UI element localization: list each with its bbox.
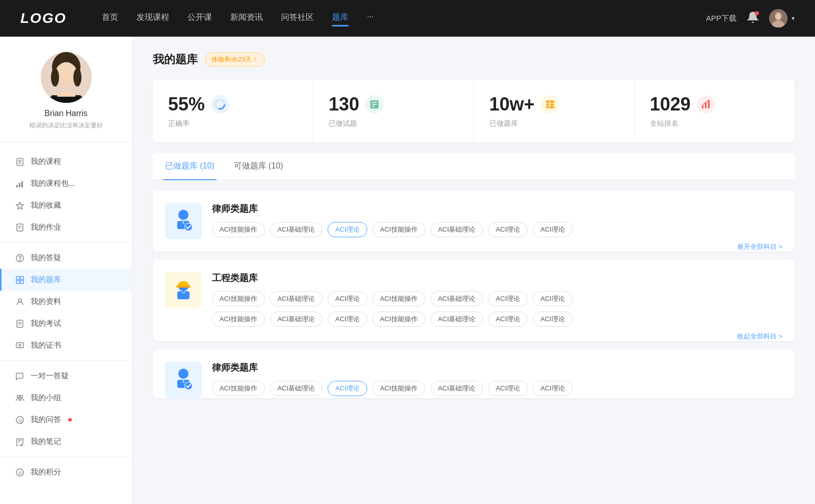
sidebar-label: 我的积分 [31, 467, 61, 477]
qbank-tag[interactable]: ACI理论 [533, 291, 573, 306]
nav-item-qbank[interactable]: 题库 [332, 10, 348, 26]
table-icon [541, 95, 559, 114]
qbank-tag[interactable]: ACI技能操作 [372, 312, 425, 327]
stat-banks: 10w+ 已做题库 [474, 79, 635, 143]
nav-item-opencourse[interactable]: 公开课 [187, 10, 212, 26]
app-download-link[interactable]: APP下载 [706, 14, 737, 23]
sidebar-item-points[interactable]: 积 我的积分 [0, 461, 132, 483]
file2-icon [15, 319, 24, 328]
qbank-tag[interactable]: ACI基础理论 [430, 222, 483, 237]
qbank-tags-lawyer-1: ACI技能操作 ACI基础理论 ACI理论 ACI技能操作 ACI基础理论 AC… [212, 222, 782, 237]
sidebar-divider3 [0, 457, 132, 457]
qbank-tag[interactable]: ACI基础理论 [430, 312, 483, 327]
sidebar-item-tutoring[interactable]: 一对一答疑 [0, 365, 132, 387]
qbank-tags-engineer-row2: ACI技能操作 ACI基础理论 ACI理论 ACI技能操作 ACI基础理论 AC… [212, 312, 782, 327]
stat-accuracy: 55% 正确率 [153, 79, 313, 143]
qbank-tag[interactable]: ACI技能操作 [372, 381, 425, 396]
qbank-tag-active[interactable]: ACI理论 [328, 222, 367, 237]
svg-point-29 [18, 299, 21, 302]
main-content: 我的题库 体验剩余23天！ 55% 正确率 [132, 37, 815, 504]
qbank-tag[interactable]: ACI技能操作 [212, 312, 265, 327]
nav-right-area: APP下载 ▾ [706, 9, 795, 27]
stat-top: 1029 [650, 94, 779, 115]
qbank-tag[interactable]: ACI理论 [488, 312, 528, 327]
people-icon [15, 297, 24, 306]
main-layout: Brian Harris 错误的决定比没有决定要好 我的课程 [0, 37, 815, 504]
nav-item-home[interactable]: 首页 [102, 10, 118, 26]
sidebar-item-cert[interactable]: 我的证书 [0, 334, 132, 356]
qbank-tag[interactable]: ACI基础理论 [430, 291, 483, 306]
sidebar-item-myqa[interactable]: Q 我的问答 [0, 409, 132, 431]
qbank-tag[interactable]: ACI理论 [488, 222, 528, 237]
stat-value-accuracy: 55% [168, 94, 205, 115]
qbank-tag[interactable]: ACI理论 [328, 312, 367, 327]
qbank-tag[interactable]: ACI技能操作 [212, 381, 265, 396]
qbank-tag[interactable]: ACI技能操作 [372, 291, 425, 306]
qbank-tag[interactable]: ACI基础理论 [270, 222, 323, 237]
qbank-header-engineer: 工程类题库 ACI技能操作 ACI基础理论 ACI理论 ACI技能操作 ACI基… [153, 260, 795, 341]
sidebar-item-answers[interactable]: 我的答疑 [0, 247, 132, 269]
stat-value-questions: 130 [329, 94, 359, 115]
sidebar-label: 一对一答疑 [31, 371, 69, 381]
expand-button-lawyer-1[interactable]: 展开全部科目 > [212, 242, 782, 251]
svg-rect-26 [20, 276, 23, 279]
top-navigation: LOGO 首页 发现课程 公开课 新闻资讯 问答社区 题库 ··· APP下载 [0, 0, 815, 37]
stat-label-questions: 已做试题 [329, 119, 458, 128]
page-header: 我的题库 体验剩余23天！ [153, 52, 795, 67]
stat-top: 130 [329, 94, 458, 115]
qbank-tag[interactable]: ACI理论 [328, 291, 367, 306]
sidebar-item-homework[interactable]: 我的作业 [0, 216, 132, 238]
sidebar-label: 我的作业 [31, 222, 61, 232]
qbank-tag-active[interactable]: ACI理论 [328, 381, 367, 396]
list-icon [365, 95, 384, 114]
svg-rect-58 [708, 101, 710, 108]
tab-available-banks[interactable]: 可做题库 (10) [232, 153, 285, 180]
qbank-body-lawyer-2: 律师类题库 ACI技能操作 ACI基础理论 ACI理论 ACI技能操作 ACI基… [212, 361, 782, 396]
qbank-tag[interactable]: ACI理论 [533, 312, 573, 327]
notification-bell[interactable] [747, 11, 759, 25]
sidebar-divider2 [0, 360, 132, 361]
qbank-tag[interactable]: ACI理论 [488, 381, 528, 396]
svg-rect-66 [176, 286, 191, 288]
sidebar-item-exam[interactable]: 我的考试 [0, 313, 132, 334]
sidebar-item-notes[interactable]: 我的笔记 [0, 431, 132, 453]
qbank-tag[interactable]: ACI基础理论 [270, 291, 323, 306]
qbank-tag[interactable]: ACI技能操作 [212, 291, 265, 306]
qbank-tag[interactable]: ACI技能操作 [372, 222, 425, 237]
sidebar-item-group[interactable]: 我的小组 [0, 387, 132, 409]
question-icon [15, 254, 24, 263]
qbank-tag[interactable]: ACI理论 [533, 381, 573, 396]
user-avatar-menu[interactable]: ▾ [769, 9, 795, 27]
nav-item-more[interactable]: ··· [367, 10, 373, 26]
sidebar-item-qbank[interactable]: 我的题库 [0, 269, 132, 291]
stat-value-rank: 1029 [650, 94, 691, 115]
qbank-tag[interactable]: ACI理论 [533, 222, 573, 237]
coin-icon: 积 [15, 468, 24, 477]
qbank-tag[interactable]: ACI基础理论 [270, 312, 323, 327]
nav-item-news[interactable]: 新闻资讯 [230, 10, 263, 26]
qbank-tag[interactable]: ACI基础理论 [430, 381, 483, 396]
sidebar-label: 我的收藏 [31, 201, 61, 210]
sidebar-divider [0, 242, 132, 243]
tab-done-banks[interactable]: 已做题库 (10) [163, 153, 216, 180]
nav-item-discover[interactable]: 发现课程 [137, 10, 169, 26]
q-icon: Q [15, 415, 24, 425]
qbank-tags-engineer-row1: ACI技能操作 ACI基础理论 ACI理论 ACI技能操作 ACI基础理论 AC… [212, 291, 782, 306]
qbank-tag[interactable]: ACI技能操作 [212, 222, 265, 237]
stat-rank: 1029 全站排名 [635, 79, 795, 143]
svg-rect-25 [16, 276, 19, 279]
qbank-header: 律师类题库 ACI技能操作 ACI基础理论 ACI理论 ACI技能操作 ACI基… [153, 190, 795, 251]
sidebar-item-favorites[interactable]: 我的收藏 [0, 194, 132, 216]
svg-point-69 [178, 369, 188, 379]
sidebar-item-coursepack[interactable]: 我的课程包... [0, 173, 132, 194]
qbank-card-engineer: 工程类题库 ACI技能操作 ACI基础理论 ACI理论 ACI技能操作 ACI基… [153, 260, 795, 341]
sidebar-item-mycourse[interactable]: 我的课程 [0, 151, 132, 173]
collapse-button-engineer[interactable]: 收起全部科目 > [212, 332, 782, 341]
qbank-tag[interactable]: ACI理论 [488, 291, 528, 306]
svg-rect-57 [705, 103, 707, 108]
sidebar-item-profile[interactable]: 我的资料 [0, 291, 132, 313]
qbank-tag[interactable]: ACI基础理论 [270, 381, 323, 396]
chart-icon [697, 95, 715, 114]
chat-icon [15, 372, 24, 381]
nav-item-qa[interactable]: 问答社区 [281, 10, 314, 26]
